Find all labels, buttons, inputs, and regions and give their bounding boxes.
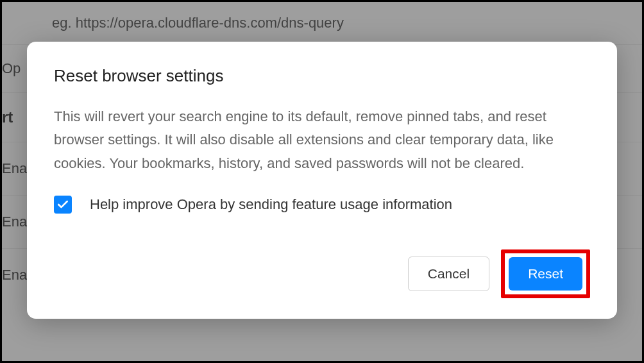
checkmark-icon [56, 198, 69, 211]
reset-button[interactable]: Reset [509, 257, 582, 291]
dialog-body-text: This will revert your search engine to i… [54, 105, 590, 175]
reset-settings-dialog: Reset browser settings This will revert … [27, 42, 617, 319]
feature-usage-checkbox[interactable] [54, 196, 72, 214]
dialog-title: Reset browser settings [54, 66, 590, 86]
feature-usage-checkbox-label: Help improve Opera by sending feature us… [90, 196, 452, 213]
feature-usage-checkbox-row: Help improve Opera by sending feature us… [54, 196, 590, 214]
modal-overlay: Reset browser settings This will revert … [2, 2, 642, 361]
reset-button-highlight: Reset [501, 249, 590, 298]
cancel-button[interactable]: Cancel [408, 257, 489, 291]
dialog-actions: Cancel Reset [54, 249, 590, 298]
